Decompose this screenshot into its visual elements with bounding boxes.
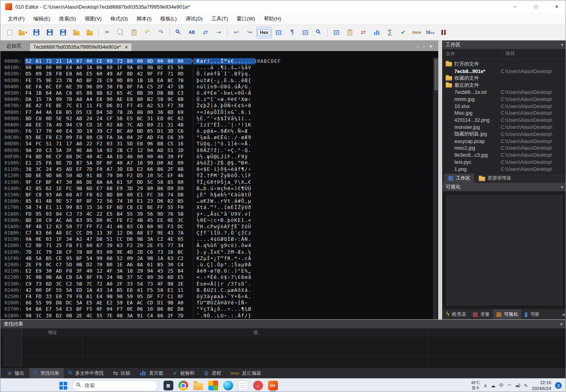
hex-bytes[interactable]: DD 8E 9D 86 50 4D 91 8E 79 D0 F2 D5 10 5… <box>25 172 191 179</box>
hex-ascii[interactable]: <.›ªËê.ö$›7\€6må <box>193 274 255 280</box>
hex-bytes[interactable]: 0A 0E 03 1F 34 A2 47 D8 51 CC D8 9B 3A C… <box>25 236 191 242</box>
tab-process[interactable]: ≣进程 <box>200 368 226 378</box>
hex-bytes[interactable]: 38 3C 24 45 AD EF 7D F0 A7 3D EB E2 66 B… <box>25 166 191 172</box>
hex-ascii[interactable]: Â.q%ûñ`g9cò).õw4 <box>193 242 255 249</box>
hidden-icons-chevron[interactable]: ∧ <box>484 383 487 388</box>
menu-view[interactable]: 视图(V) <box>80 15 106 22</box>
chevron-down-icon[interactable]: ▾ <box>561 42 563 48</box>
tab-list-dropdown[interactable]: ▾ <box>430 44 432 49</box>
tab-workspace[interactable]: ▦工作区 <box>444 174 474 183</box>
taskbar-edge-icon[interactable] <box>222 379 234 392</box>
hex-ascii[interactable]: ....4¢GØQÌØ›:ÂN. <box>193 236 255 242</box>
ime-icon[interactable]: 中 <box>499 382 504 389</box>
hex-bytes[interactable]: 8E A2 FE 8E 7C E1 11 FE D6 D1 F7 45 A2 5… <box>25 103 191 109</box>
hex-ascii[interactable]: Xtá.™³..ïmÈÎŽÿUð <box>193 204 255 211</box>
hex-ascii[interactable]: Ésm<Â[|r /3TsO˜. <box>193 281 255 287</box>
hex-bytes[interactable]: 00 00 00 00 E4 A0 1A B6 69 1F 9A 85 9B B… <box>25 64 191 71</box>
hex-ascii[interactable]: ŸH.cPwÿòAFƒË`žóÜ <box>193 223 255 230</box>
hex-bytes[interactable]: F4 FD 33 E0 79 F8 61 E4 9B 98 59 95 DF F… <box>25 293 191 300</box>
hex-ascii[interactable]: ¿È" h§øb½°€áü8tÛ <box>193 192 255 198</box>
validate-icon[interactable]: ✔ <box>397 27 410 38</box>
workspace-file-row[interactable]: 10.xlsxC:\Users\Alaso\Desktop\ <box>443 103 566 110</box>
workspace-section[interactable]: 打开的文件 <box>443 61 566 68</box>
menu-search[interactable]: 搜索(S) <box>55 15 80 22</box>
panel-splitter[interactable] <box>438 40 442 319</box>
workspace-file-row[interactable]: test.pycC:\Users\Alaso\Desktop\ <box>443 159 566 166</box>
tab-bookmarks[interactable]: ▮书签 <box>521 309 542 319</box>
scrollbar-thumb[interactable] <box>434 59 438 90</box>
hex-bytes[interactable]: 66 55 99 D8 DC 5A E5 AE E2 59 EA AC CD D… <box>25 300 191 306</box>
hex-bytes[interactable]: FE 75 9E 23 7B AD BF 2E C9 9D 89 1B 1B E… <box>25 77 191 84</box>
menu-window[interactable]: 窗口(W) <box>232 15 259 22</box>
find-icon[interactable] <box>172 27 185 38</box>
save-icon[interactable] <box>29 27 43 38</box>
hex-bytes[interactable]: 58 74 E1 11 99 B3 15 16 EF 6D C8 CE 8E F… <box>25 204 191 211</box>
hex-ascii[interactable]: }.y.Ïx€".žM-Æs.¼ <box>193 249 255 255</box>
disassembly-button[interactable]: mov <box>410 27 423 38</box>
clipboard-data-icon[interactable] <box>343 27 357 38</box>
tab-output[interactable]: ≡输出 <box>3 368 29 378</box>
hex-ascii[interactable]: Õ.(øèfå`I¯.BŸÿq. <box>193 71 255 77</box>
workspace-file-row[interactable]: misc2.jpgC:\Users\Alaso\Desktop\ <box>443 145 566 152</box>
hex-bytes[interactable]: 9F 48 12 63 50 77 FF F2 41 46 83 CB 60 9… <box>25 223 191 230</box>
split-view-icon[interactable] <box>272 27 285 38</box>
taskbar-010editor-icon[interactable]: 010 <box>267 379 279 392</box>
tab-find-results[interactable]: 查找结果 <box>29 368 64 378</box>
workspace-file-row[interactable]: monster.jpgC:\Users\Alaso\Desktop\ <box>443 124 566 131</box>
menu-file[interactable]: 文件(F) <box>4 15 29 22</box>
hex-mode-button[interactable]: Hex <box>256 27 272 38</box>
hex-ascii[interactable]: 8<$E-ï}ð§=ëâf¶/‹ <box>193 166 255 172</box>
inspect-icon[interactable] <box>312 27 325 38</box>
paste-icon[interactable] <box>127 27 141 38</box>
minimize-button[interactable]: ─ <box>506 0 524 13</box>
tab-file[interactable]: 7ecb86887bd03535a7f9959e934e901e* ✕ <box>29 43 132 51</box>
workspace-file-row[interactable]: 7ecb86...1e.txtC:\Users\Alaso\Desktop\ <box>443 89 566 96</box>
workspace-file-row[interactable]: easycap.pcapC:\Users\Alaso\Desktop\ <box>443 138 566 145</box>
hex-bytes[interactable]: 6E FA 6C EF 6E 39 96 D9 38 FB 8F FA C5 2… <box>25 84 191 90</box>
hex-ascii[interactable]: "ºçTã¿õ..÷...¶¾Ø <box>193 306 255 312</box>
workspace-file-row[interactable]: 420114...32.pngC:\Users\Alaso\Desktop\ <box>443 117 566 124</box>
hex-ascii[interactable]: ¨îzI"ÉÍ..¨|-¹!1K <box>193 122 255 128</box>
hex-bytes[interactable]: BF C8 93 A0 68 A7 F8 62 BD B0 80 E1 FC 3… <box>25 192 191 198</box>
hex-bytes[interactable]: 52 61 72 21 1A 07 00 CE 99 73 80 00 0D 0… <box>25 58 191 64</box>
hex-bytes[interactable]: C9 73 6D 3C C2 5B 7C 72 A0 2F 33 54 73 4… <box>25 281 191 287</box>
tab-histogram[interactable]: 直方图 <box>135 368 167 378</box>
hex-ascii[interactable]: ½È.^'«$$ÏVå¼1í.. <box>193 115 255 122</box>
hex-ascii[interactable]: ˜.9Ò..LU~.:.Äf/} <box>193 313 255 319</box>
workspace-file-row[interactable]: 1.pngC:\Users\Alaso\Desktop\ <box>443 166 566 173</box>
menu-format[interactable]: 格式(O) <box>106 15 132 22</box>
hex-ascii[interactable]: Ž¢þŽ|á.þÖÑ÷E¢S÷8 <box>193 103 255 109</box>
hex-bytes[interactable]: C7 83 66 A8 EC CC D9 13 3F 12 D6 A8 E7 9… <box>25 230 191 236</box>
table-icon[interactable] <box>330 27 343 38</box>
hex-ascii[interactable]: TüQq.¦"ò.1]è–»Å. <box>193 141 255 147</box>
tab-close-icon[interactable]: ✕ <box>125 45 128 50</box>
hex-ascii[interactable]: âé0-ø?@.O:.)"E%„ <box>193 268 255 274</box>
hex-ascii[interactable]: ý•.„ÃsL"å´U9V.v[ <box>193 211 255 217</box>
close-button[interactable]: ✕ <box>548 0 566 13</box>
copy-icon[interactable] <box>114 27 127 38</box>
hex-ascii[interactable]: núlïn9–Ù8û.úÅ/G. <box>193 84 255 90</box>
replace-icon[interactable]: AB <box>185 27 198 38</box>
hex-bytes[interactable]: F7 A4 4A E8 B5 D5 CE D4 5D 78 26 88 00 3… <box>25 109 191 115</box>
workspace-file-row[interactable]: Misc.jpgC:\Users\Alaso\Desktop\ <box>443 110 566 117</box>
hex-bytes[interactable]: E2 E9 30 AD F8 3F 40 12 4F 3A 18 29 94 4… <box>25 268 191 274</box>
hex-bytes[interactable]: 9F CF BF 47 30 86 DE 8A 6A 61 5F DD 5C 5… <box>25 179 191 185</box>
hex-bytes[interactable]: E1 25 F6 8E 7D B7 5A DF 0F 40 A7 16 99 D… <box>25 160 191 166</box>
workspace-file-row[interactable]: 9e3ec8...c3.jpgC:\Users\Alaso\Desktop\ <box>443 152 566 159</box>
menu-script[interactable]: 脚本(I) <box>132 15 156 22</box>
import-file-icon[interactable] <box>70 27 83 38</box>
open-file-icon[interactable]: ▾ <box>16 27 29 38</box>
menu-help[interactable]: 帮助(H) <box>259 15 285 22</box>
hex-ascii[interactable]: ....ä .¶i.š…›¼åV <box>193 64 255 71</box>
taskbar-chrome-icon[interactable] <box>177 379 189 392</box>
menu-debug[interactable]: 调试(D) <box>181 15 207 22</box>
chevron-down-icon[interactable]: ▾ <box>560 322 562 327</box>
pause-icon[interactable] <box>437 27 450 38</box>
hex-bytes[interactable]: 9A 30 C3 5A 3F 9E A6 1A 92 2B C7 12 94 A… <box>25 147 191 154</box>
tab-explorer[interactable]: 资源管理器 <box>475 174 515 183</box>
chevron-down-icon[interactable]: ▾ <box>561 185 563 190</box>
hex-ascii[interactable]: Çƒf¨ìÌÙ.?.Ö¨çžCz <box>193 230 255 236</box>
undo-icon[interactable]: ↶ <box>141 27 154 38</box>
export-file-icon[interactable] <box>83 27 96 38</box>
hex-ascii[interactable]: ½0É¬¦c•Ð.þòKEî.< <box>193 217 255 223</box>
